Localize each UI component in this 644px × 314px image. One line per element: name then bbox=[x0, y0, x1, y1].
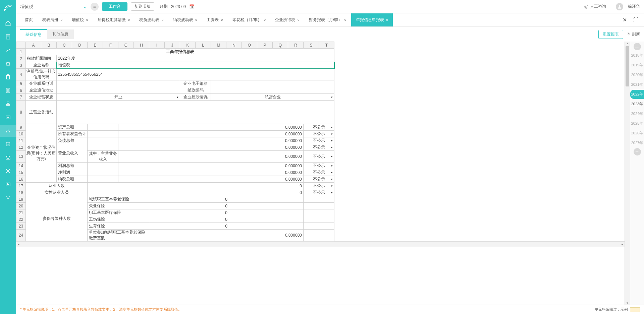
column-header[interactable]: S bbox=[304, 42, 319, 49]
subtab-other[interactable]: 其他信息 bbox=[47, 29, 74, 39]
nav-inbox-icon[interactable] bbox=[0, 151, 16, 164]
close-icon[interactable]: × bbox=[264, 18, 266, 22]
cell-value[interactable] bbox=[57, 101, 334, 124]
cell-value[interactable]: 0 bbox=[149, 209, 304, 216]
tab[interactable]: 所得税汇算清缴× bbox=[93, 13, 135, 27]
close-all-tabs-button[interactable]: ✕ bbox=[621, 16, 629, 24]
nav-home-icon[interactable] bbox=[0, 17, 16, 29]
nav-video-icon[interactable] bbox=[0, 178, 16, 190]
nav-v-icon[interactable] bbox=[0, 192, 16, 204]
column-header[interactable]: N bbox=[226, 42, 242, 49]
column-header[interactable]: O bbox=[242, 42, 257, 49]
row-header[interactable]: 17 bbox=[16, 183, 26, 189]
nav-money-icon[interactable] bbox=[0, 111, 16, 123]
cell-value[interactable]: 0.000000 bbox=[149, 230, 304, 241]
cell-value[interactable]: 0.000000 bbox=[118, 151, 304, 163]
publish-select[interactable]: 不公示 bbox=[304, 169, 334, 176]
holding-select[interactable]: 私营企业 bbox=[211, 94, 334, 101]
column-header[interactable]: K bbox=[180, 42, 196, 49]
company-select[interactable]: 增值税 ⌄ bbox=[20, 4, 87, 10]
horizontal-scrollbar[interactable]: ◂▸ bbox=[16, 241, 625, 247]
row-header[interactable]: 24 bbox=[16, 230, 26, 241]
nav-chart-icon[interactable] bbox=[0, 44, 16, 56]
year-item[interactable]: 2018年 bbox=[630, 51, 644, 60]
year-item[interactable]: 2026年 bbox=[630, 129, 644, 138]
column-header[interactable]: H bbox=[134, 42, 149, 49]
publish-select[interactable]: 不公示 bbox=[304, 183, 334, 189]
close-icon[interactable]: × bbox=[344, 18, 346, 22]
tab[interactable]: 企业所得税× bbox=[270, 13, 304, 27]
column-header[interactable]: R bbox=[288, 42, 304, 49]
cell-value[interactable]: 0 bbox=[88, 183, 304, 189]
publish-select[interactable]: 不公示 bbox=[304, 189, 334, 196]
row-header[interactable]: 18 bbox=[16, 189, 26, 196]
row-header[interactable]: 13 bbox=[16, 151, 26, 163]
close-icon[interactable]: × bbox=[386, 18, 388, 22]
row-header[interactable]: 1 bbox=[16, 49, 26, 55]
column-header[interactable]: F bbox=[103, 42, 118, 49]
publish-select[interactable]: 不公示 bbox=[304, 163, 334, 169]
tab[interactable]: 年报信息申报表× bbox=[351, 13, 393, 27]
column-header[interactable]: I bbox=[149, 42, 165, 49]
row-header[interactable]: 6 bbox=[16, 87, 26, 94]
year-item[interactable]: 2023年 bbox=[630, 100, 644, 109]
cell-value[interactable]: 0.000000 bbox=[118, 124, 304, 131]
subtab-basic[interactable]: 基础信息 bbox=[20, 29, 47, 40]
column-header[interactable]: A bbox=[26, 42, 41, 49]
fullscreen-button[interactable]: ⛶ bbox=[632, 16, 640, 24]
workbench-button[interactable]: 工作台 bbox=[102, 2, 127, 11]
row-header[interactable]: 19 bbox=[16, 196, 26, 203]
nav-clipboard-icon[interactable] bbox=[0, 71, 16, 83]
year-nav-up-button[interactable]: ︿ bbox=[634, 43, 641, 50]
column-header[interactable]: Q bbox=[273, 42, 288, 49]
year-item[interactable]: 2022年 bbox=[630, 90, 644, 99]
tab[interactable]: 增值税× bbox=[67, 13, 93, 27]
publish-select[interactable]: 不公示 bbox=[304, 144, 334, 151]
cell-value[interactable]: 0 bbox=[149, 216, 304, 223]
cell-value[interactable]: 0.000000 bbox=[118, 131, 304, 137]
column-header[interactable]: T bbox=[319, 42, 334, 49]
calendar-icon[interactable]: 📅 bbox=[189, 4, 194, 9]
row-header[interactable]: 23 bbox=[16, 223, 26, 230]
tab[interactable]: 纳税波动表× bbox=[168, 13, 202, 27]
cell-value[interactable]: 0.000000 bbox=[118, 176, 304, 183]
period-value[interactable]: 2023-09 bbox=[171, 4, 186, 9]
row-header[interactable]: 16 bbox=[16, 176, 26, 183]
cell-value[interactable]: 增值税 bbox=[57, 62, 334, 69]
nav-calc-icon[interactable] bbox=[0, 84, 16, 97]
row-header[interactable]: 5 bbox=[16, 80, 26, 87]
switch-old-button[interactable]: 切到旧版 bbox=[131, 2, 154, 11]
year-nav-down-button[interactable]: ﹀ bbox=[634, 148, 641, 155]
row-header[interactable]: 3 bbox=[16, 62, 26, 69]
close-icon[interactable]: × bbox=[195, 18, 197, 22]
close-icon[interactable]: × bbox=[297, 18, 299, 22]
column-header[interactable]: G bbox=[118, 42, 134, 49]
year-item[interactable]: 2019年 bbox=[630, 61, 644, 70]
row-header[interactable]: 21 bbox=[16, 209, 26, 216]
year-item[interactable]: 2027年 bbox=[630, 138, 644, 147]
row-header[interactable]: 4 bbox=[16, 69, 26, 80]
publish-select[interactable]: 不公示 bbox=[304, 137, 334, 144]
column-header[interactable]: C bbox=[57, 42, 72, 49]
publish-select[interactable]: 不公示 bbox=[304, 176, 334, 183]
cell-value[interactable] bbox=[57, 87, 180, 94]
nav-bag-icon[interactable] bbox=[0, 58, 16, 70]
close-icon[interactable]: × bbox=[161, 18, 163, 22]
refresh-button[interactable]: ↻ 刷新 bbox=[627, 32, 640, 37]
spreadsheet[interactable]: ABCDEFGHIJKLMNOPQRST1工商年报信息表2税款所属期间：2022… bbox=[16, 42, 625, 305]
status-select[interactable]: 开业 bbox=[57, 94, 180, 101]
nav-report-icon[interactable] bbox=[0, 125, 16, 137]
row-header[interactable]: 22 bbox=[16, 216, 26, 223]
year-item[interactable]: 2024年 bbox=[630, 109, 644, 118]
cell-value[interactable]: 0 bbox=[149, 223, 304, 230]
row-header[interactable]: 14 bbox=[16, 163, 26, 169]
tab[interactable]: 首页 bbox=[20, 13, 38, 27]
nav-stamp-icon[interactable] bbox=[0, 98, 16, 110]
scrollbar-thumb[interactable] bbox=[626, 46, 629, 86]
tab[interactable]: 税表清册× bbox=[38, 13, 67, 27]
vertical-scrollbar[interactable]: ▴ ▾ bbox=[625, 42, 630, 305]
year-item[interactable]: 2021年 bbox=[630, 80, 644, 89]
cell-value[interactable]: 0.000000 bbox=[118, 137, 304, 144]
cell-value[interactable]: 0.000000 bbox=[118, 163, 304, 169]
reset-report-button[interactable]: 重置报表 bbox=[598, 30, 623, 39]
